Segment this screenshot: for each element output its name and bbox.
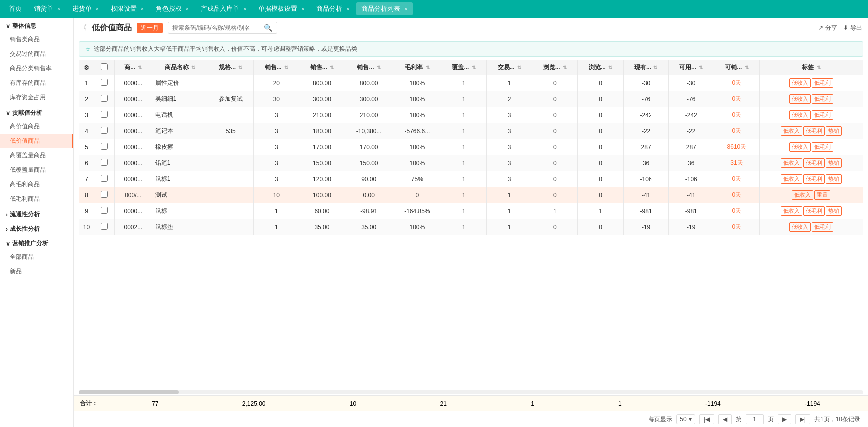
cell-browse1[interactable]: 1: [532, 203, 578, 219]
sidebar-section-contribution[interactable]: ∨ 贡献值分析: [0, 105, 73, 119]
sidebar-section-marketing[interactable]: ∨ 营销推广分析: [0, 235, 73, 250]
cell-browse1[interactable]: 0: [532, 75, 578, 91]
nav-close-permission[interactable]: ×: [141, 6, 144, 12]
nav-close-sales[interactable]: ×: [57, 6, 60, 12]
cell-browse1[interactable]: 0: [532, 187, 578, 203]
col-sales-amount[interactable]: 销售... ⇅: [299, 60, 345, 75]
sidebar-item-all-products[interactable]: 全部商品: [0, 250, 73, 264]
nav-purchase[interactable]: 进货单 ×: [67, 2, 104, 15]
browse1-link[interactable]: 0: [553, 224, 557, 231]
nav-close-template[interactable]: ×: [301, 6, 304, 12]
sidebar-item-stock-capital[interactable]: 库存资金占用: [0, 90, 73, 105]
col-name[interactable]: 商品名称 ⇅: [152, 60, 208, 75]
nav-product-in[interactable]: 产成品入库单 ×: [196, 2, 251, 15]
browse1-link[interactable]: 0: [553, 192, 557, 199]
browse1-link[interactable]: 0: [553, 128, 557, 135]
col-usable-stock[interactable]: 可用... ⇅: [668, 60, 714, 75]
row-checkbox[interactable]: [101, 191, 108, 198]
col-gear[interactable]: ⚙: [79, 60, 94, 75]
select-all-checkbox[interactable]: [101, 63, 108, 70]
sidebar-item-high-value[interactable]: 高价值商品: [0, 119, 73, 134]
cell-browse1[interactable]: 0: [532, 155, 578, 171]
col-saleable[interactable]: 可销... ⇅: [714, 60, 759, 75]
col-sales-qty[interactable]: 销售... ⇅: [254, 60, 299, 75]
sidebar-item-traded-product[interactable]: 交易过的商品: [0, 47, 73, 61]
nav-sales-order[interactable]: 销货单 ×: [29, 2, 65, 15]
browse1-link[interactable]: 0: [553, 80, 557, 87]
first-page-btn[interactable]: |◀: [699, 414, 714, 424]
sidebar-section-growth[interactable]: › 成长性分析: [0, 221, 73, 235]
nav-product-analysis-list[interactable]: 商品分析列表 ×: [356, 2, 412, 15]
nav-close-product[interactable]: ×: [243, 6, 246, 12]
sidebar-item-stock-product[interactable]: 有库存的商品: [0, 76, 73, 90]
search-icon[interactable]: 🔍: [264, 24, 272, 32]
prev-page-btn[interactable]: ◀: [718, 414, 732, 424]
sidebar-item-low-value[interactable]: 低价值商品: [0, 134, 73, 148]
sidebar-item-sales-product[interactable]: 销售类商品: [0, 32, 73, 47]
nav-role[interactable]: 角色授权 ×: [151, 2, 194, 15]
cell-checkbox[interactable]: [94, 203, 115, 219]
row-checkbox[interactable]: [101, 111, 108, 118]
row-checkbox[interactable]: [101, 79, 108, 86]
cell-checkbox[interactable]: [94, 219, 115, 235]
cell-checkbox[interactable]: [94, 107, 115, 123]
col-tags[interactable]: 标签 ⇅: [759, 60, 863, 75]
col-spec[interactable]: 规格... ⇅: [208, 60, 254, 75]
cell-browse1[interactable]: 0: [532, 107, 578, 123]
browse1-link[interactable]: 0: [553, 96, 557, 103]
nav-permission[interactable]: 权限设置 ×: [106, 2, 149, 15]
per-page-dropdown-icon[interactable]: ▾: [689, 416, 692, 423]
cell-checkbox[interactable]: [94, 91, 115, 107]
nav-close-analysis[interactable]: ×: [346, 6, 349, 12]
nav-close-purchase[interactable]: ×: [96, 6, 99, 12]
row-checkbox[interactable]: [101, 207, 108, 214]
export-btn[interactable]: ⬇ 导出: [843, 24, 862, 32]
col-gross-rate[interactable]: 毛利率 ⇅: [393, 60, 441, 75]
horizontal-scrollbar[interactable]: [79, 390, 863, 394]
row-checkbox[interactable]: [101, 223, 108, 230]
col-browse2[interactable]: 浏览... ⇅: [578, 60, 623, 75]
col-coverage[interactable]: 覆盖... ⇅: [441, 60, 486, 75]
share-btn[interactable]: ↗ 分享: [818, 24, 837, 32]
sidebar-section-overall[interactable]: ∨ 整体信息: [0, 18, 73, 32]
sidebar-item-new-products[interactable]: 新品: [0, 264, 73, 279]
table-container[interactable]: ⚙ 商... ⇅ 商品名称 ⇅ 规格... ⇅ 销售... ⇅ 销售... ⇅ …: [79, 60, 863, 389]
browse1-link[interactable]: 0: [553, 160, 557, 167]
sidebar-item-category-rate[interactable]: 商品分类销售率: [0, 61, 73, 76]
time-filter-btn[interactable]: 近一月: [137, 23, 163, 33]
col-code[interactable]: 商... ⇅: [114, 60, 152, 75]
row-checkbox[interactable]: [101, 95, 108, 102]
nav-close-role[interactable]: ×: [186, 6, 189, 12]
browse1-link[interactable]: 1: [553, 208, 557, 215]
sidebar-item-high-coverage[interactable]: 高覆盖量商品: [0, 148, 73, 163]
nav-close-list[interactable]: ×: [404, 6, 407, 12]
cell-browse1[interactable]: 0: [532, 139, 578, 155]
collapse-sidebar-btn[interactable]: 《: [80, 23, 87, 32]
col-current-stock[interactable]: 现有... ⇅: [623, 60, 668, 75]
col-checkbox[interactable]: [94, 60, 115, 75]
browse1-link[interactable]: 0: [553, 112, 557, 119]
browse1-link[interactable]: 0: [553, 144, 557, 151]
sidebar-item-low-coverage[interactable]: 低覆盖量商品: [0, 163, 73, 177]
cell-browse1[interactable]: 0: [532, 171, 578, 187]
cell-checkbox[interactable]: [94, 155, 115, 171]
search-input[interactable]: [172, 24, 262, 31]
nav-product-analysis[interactable]: 商品分析 ×: [311, 2, 354, 15]
row-checkbox[interactable]: [101, 143, 108, 150]
scrollbar-thumb[interactable]: [79, 390, 179, 394]
sidebar-item-high-profit[interactable]: 高毛利商品: [0, 177, 73, 192]
nav-template[interactable]: 单据模板设置 ×: [253, 2, 309, 15]
row-checkbox[interactable]: [101, 127, 108, 134]
col-sales-avg[interactable]: 销售... ⇅: [345, 60, 393, 75]
cell-checkbox[interactable]: [94, 171, 115, 187]
cell-checkbox[interactable]: [94, 75, 115, 91]
sidebar-section-flow[interactable]: › 流通性分析: [0, 206, 73, 221]
nav-home[interactable]: 首页: [4, 2, 27, 15]
last-page-btn[interactable]: ▶|: [795, 414, 810, 424]
page-input[interactable]: [746, 414, 764, 424]
per-page-select[interactable]: 50 ▾: [676, 414, 695, 424]
cell-checkbox[interactable]: [94, 139, 115, 155]
next-page-btn[interactable]: ▶: [778, 414, 791, 424]
col-browse1[interactable]: 浏览... ⇅: [532, 60, 578, 75]
cell-checkbox[interactable]: [94, 187, 115, 203]
